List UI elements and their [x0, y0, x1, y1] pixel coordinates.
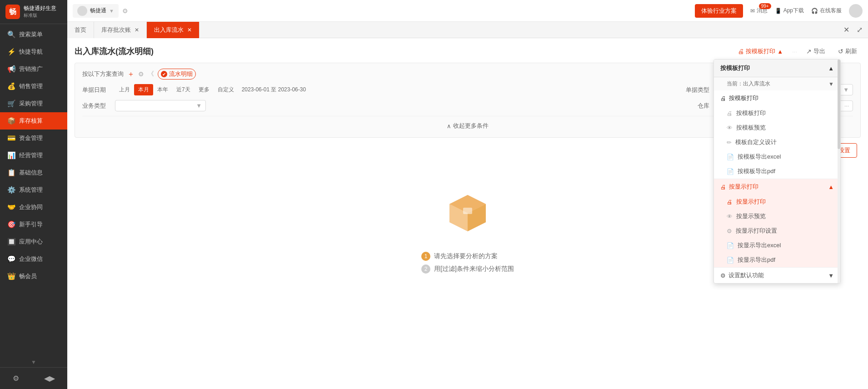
display-section-header[interactable]: 🖨 按显示打印 ▲: [714, 179, 840, 194]
sidebar-item-enterprise[interactable]: 🤝 企业协同: [0, 199, 67, 216]
tab-maximize[interactable]: ⤢: [855, 25, 864, 35]
tab-flow-label: 出入库流水: [154, 26, 184, 34]
template-design-item[interactable]: ✏ 模板自定义设计: [714, 135, 840, 150]
collapse-sidebar-icon[interactable]: ◀▶: [41, 371, 58, 385]
nav-label-purchase: 采购管理: [19, 100, 43, 108]
sidebar-item-apps[interactable]: 🔲 应用中心: [0, 233, 67, 250]
export-btn[interactable]: ↗ 导出: [803, 45, 829, 57]
display-section-arrow: ▲: [828, 184, 834, 190]
header-left: 畅捷通 ▼ ⚙: [73, 4, 128, 18]
export-icon: ↗: [806, 48, 812, 55]
message-badge: 99+: [759, 3, 771, 9]
print-dropdown-panel: 按模板打印 ▲ 当前：出入库流水 ▼ 🖨 按模板打印 🖨 按模板打印 👁 按模板…: [713, 59, 841, 284]
display-pdf-item[interactable]: 📄 按显示导出pdf: [714, 253, 840, 267]
add-filter-icon[interactable]: ＋: [127, 70, 135, 79]
flow-tag-icon: ✔: [161, 71, 167, 77]
sidebar-item-system[interactable]: ⚙️ 系统管理: [0, 181, 67, 199]
filter-settings-icon[interactable]: ⚙: [138, 70, 144, 78]
nav-label-search: 搜索菜单: [19, 30, 43, 39]
refresh-btn[interactable]: ↺ 刷新: [834, 45, 861, 57]
app-download-label: App下载: [783, 7, 804, 15]
warehouse-more-icon: ···: [844, 103, 849, 109]
tab-batch-label: 库存批次账: [101, 26, 131, 34]
date-btn-this-month[interactable]: 本月: [134, 84, 153, 95]
template-preview-item[interactable]: 👁 按模板预览: [714, 120, 840, 135]
sidebar-item-search[interactable]: 🔍 搜索菜单: [0, 26, 67, 43]
nav-icon-guide: 🎯: [7, 220, 15, 229]
sidebar-item-guide[interactable]: 🎯 新手引导: [0, 216, 67, 233]
nav-icon-search: 🔍: [7, 30, 15, 39]
print-template-label: 按模板打印: [746, 47, 775, 55]
app-download-icon: 📱: [775, 8, 782, 14]
display-excel-item[interactable]: 📄 按显示导出excel: [714, 238, 840, 253]
display-settings-item[interactable]: ⚙ 按显示打印设置: [714, 224, 840, 238]
date-btn-custom[interactable]: 自定义: [214, 84, 238, 95]
template-excel-label: 按模板导出excel: [738, 153, 781, 161]
user-avatar[interactable]: [849, 4, 863, 18]
dropdown-scrollbar[interactable]: [838, 60, 840, 283]
dropdown-scroll-thumb[interactable]: [838, 60, 840, 149]
nav-icon-enterprise: 🤝: [7, 203, 15, 211]
biz-type-select[interactable]: ▼: [115, 100, 206, 111]
display-print-item[interactable]: 🖨 按显示打印: [714, 194, 840, 209]
template-design-label: 模板自定义设计: [735, 138, 777, 146]
sidebar-item-wechat[interactable]: 💬 企业微信: [0, 250, 67, 268]
page-toolbar: 🖨 按模板打印 ▲ ··· ↗ 导出 ↺ 刷新: [734, 45, 861, 57]
online-service-item[interactable]: 🎧 在线客服: [811, 7, 842, 15]
current-label-row[interactable]: 当前：出入库流水 ▼: [714, 77, 840, 90]
display-settings-label: 按显示打印设置: [736, 227, 777, 235]
sidebar-item-basic[interactable]: 📋 基础信息: [0, 164, 67, 181]
logo-sub: 标准版: [24, 12, 56, 19]
trial-button[interactable]: 体验行业方案: [695, 4, 743, 18]
tab-batch-close[interactable]: ✕: [135, 27, 139, 33]
date-btn-more[interactable]: 更多: [195, 84, 214, 95]
header: 畅捷通 ▼ ⚙ 体验行业方案 ✉ 消息 99+ 📱 App下载 🎧 在线客服: [67, 0, 868, 22]
tab-close-all[interactable]: ✕: [842, 25, 851, 35]
header-settings-icon[interactable]: ⚙: [122, 7, 128, 15]
step-2-number: 2: [421, 264, 430, 274]
footer-icon: ⚙: [720, 272, 726, 279]
message-icon-item[interactable]: ✉ 消息 99+: [750, 7, 768, 15]
template-print-item[interactable]: 🖨 按模板打印: [714, 106, 840, 120]
svg-rect-4: [463, 208, 472, 214]
template-excel-item[interactable]: 📄 按模板导出excel: [714, 150, 840, 164]
display-preview-item[interactable]: 👁 按显示预览: [714, 209, 840, 224]
nav-label-inventory: 库存核算: [19, 117, 43, 125]
tab-flow[interactable]: 出入库流水 ✕: [147, 22, 200, 38]
logo-text-group: 畅捷通好生意 标准版: [24, 5, 56, 19]
date-btn-last-month[interactable]: 上月: [115, 84, 134, 95]
item-pdf-icon: 📄: [727, 168, 734, 175]
export-label: 导出: [813, 47, 825, 55]
print-template-btn[interactable]: 🖨 按模板打印 ▲: [734, 45, 787, 57]
sidebar-item-purchase[interactable]: 🛒 采购管理: [0, 95, 67, 112]
tabs-right-controls: ✕ ⤢: [842, 25, 864, 35]
flow-detail-tag[interactable]: ✔ 流水明细: [158, 69, 196, 80]
sidebar-item-quick-nav[interactable]: ⚡ 快捷导航: [0, 43, 67, 60]
template-pdf-item[interactable]: 📄 按模板导出pdf: [714, 164, 840, 179]
sidebar-item-sales[interactable]: 💰 销售管理: [0, 78, 67, 95]
date-btn-7days[interactable]: 近7天: [172, 84, 195, 95]
dropdown-footer[interactable]: ⚙ 设置默认功能 ▼: [714, 268, 840, 283]
user-info[interactable]: 畅捷通 ▼: [73, 4, 119, 18]
date-btn-this-year[interactable]: 本年: [153, 84, 172, 95]
footer-left: ⚙ 设置默认功能: [720, 271, 764, 279]
settings-bottom-icon[interactable]: ⚙: [10, 371, 22, 385]
date-filter-group: 上月 本月 本年 近7天 更多 自定义 2023-06-01 至 2023-06…: [115, 84, 306, 95]
filter-collapse-left-icon[interactable]: 《: [148, 70, 154, 78]
dropdown-collapse-icon[interactable]: ▲: [828, 65, 834, 72]
sidebar-nav: 🔍 搜索菜单 ⚡ 快捷导航 📢 营销推广 💰 销售管理 🛒 采购管理 📦 库存核…: [0, 24, 67, 357]
flow-tag-label: 流水明细: [169, 70, 193, 78]
tab-home[interactable]: 首页: [67, 22, 94, 38]
tab-flow-close[interactable]: ✕: [187, 27, 192, 33]
tab-batch-account[interactable]: 库存批次账 ✕: [94, 22, 147, 38]
sidebar-item-finance[interactable]: 💳 资金管理: [0, 130, 67, 147]
sidebar-item-operation[interactable]: 📊 经营管理: [0, 147, 67, 164]
sidebar-item-member[interactable]: 👑 畅会员: [0, 268, 67, 285]
empty-step-1: 1 请先选择要分析的方案: [421, 252, 498, 261]
sidebar-item-marketing[interactable]: 📢 营销推广: [0, 60, 67, 78]
app-download-item[interactable]: 📱 App下载: [775, 7, 804, 15]
display-excel-label: 按显示导出excel: [738, 241, 781, 249]
tab-home-label: 首页: [75, 26, 86, 34]
template-section-header[interactable]: 🖨 按模板打印: [714, 90, 840, 106]
sidebar-item-inventory[interactable]: 📦 库存核算: [0, 112, 67, 130]
